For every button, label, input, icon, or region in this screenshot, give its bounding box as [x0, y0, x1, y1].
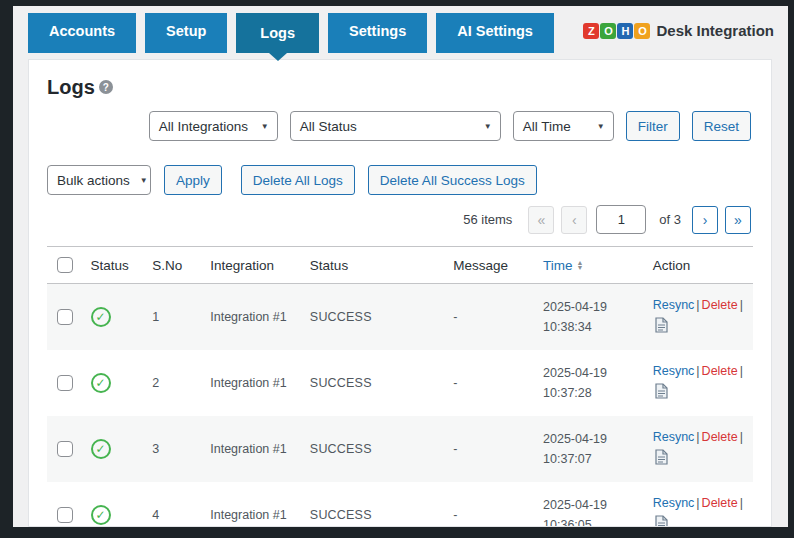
time-select[interactable]: All Time ▼ — [513, 111, 614, 141]
total-pages-label: of 3 — [659, 212, 681, 227]
view-log-document-icon[interactable] — [655, 449, 668, 465]
resync-link[interactable]: Resync — [653, 364, 695, 378]
row-integration: Integration #1 — [202, 284, 302, 351]
zoho-letter-z: Z — [583, 23, 599, 39]
tab-setup[interactable]: Setup — [145, 13, 227, 53]
chevron-down-icon: ▼ — [484, 122, 492, 131]
delete-link[interactable]: Delete — [702, 298, 738, 312]
row-checkbox[interactable] — [57, 441, 73, 457]
chevron-down-icon: ▼ — [261, 122, 269, 131]
header-sno: S.No — [144, 247, 202, 284]
tab-settings[interactable]: Settings — [328, 13, 427, 53]
status-select[interactable]: All Status ▼ — [290, 111, 501, 141]
header-message: Message — [445, 247, 535, 284]
admin-screen: Accounts Setup Logs Settings AI Settings… — [13, 6, 788, 527]
tab-accounts[interactable]: Accounts — [28, 13, 136, 53]
last-page-button[interactable]: » — [725, 206, 751, 234]
integrations-select[interactable]: All Integrations ▼ — [149, 111, 278, 141]
delete-link[interactable]: Delete — [702, 496, 738, 510]
row-sno: 2 — [144, 350, 202, 416]
row-time: 2025-04-19 10:37:07 — [535, 416, 645, 482]
pagination: 56 items « ‹ of 3 › » — [47, 205, 753, 234]
select-all-checkbox[interactable] — [57, 257, 73, 273]
reset-button[interactable]: Reset — [692, 111, 751, 141]
page-title: Logs — [47, 76, 95, 99]
resync-link[interactable]: Resync — [653, 430, 695, 444]
row-sno: 4 — [144, 482, 202, 527]
success-status-icon: ✓ — [91, 505, 111, 525]
row-integration: Integration #1 — [202, 350, 302, 416]
row-actions: Resync|Delete| — [645, 350, 753, 416]
view-log-document-icon[interactable] — [655, 317, 668, 333]
success-status-icon: ✓ — [91, 439, 111, 459]
first-page-button[interactable]: « — [528, 206, 554, 234]
row-checkbox[interactable] — [57, 507, 73, 523]
log-row: ✓ 4 Integration #1 SUCCESS - 2025-04-19 … — [47, 482, 753, 527]
row-message: - — [445, 350, 535, 416]
success-status-icon: ✓ — [91, 307, 111, 327]
help-icon[interactable]: ? — [99, 80, 113, 94]
header-time-label: Time — [543, 258, 573, 273]
brand: Z O H O Desk Integration — [583, 22, 774, 39]
header-action: Action — [645, 247, 753, 284]
delete-all-logs-button[interactable]: Delete All Logs — [241, 165, 355, 195]
sort-arrows-icon: ▲ ▼ — [577, 260, 584, 270]
row-checkbox[interactable] — [57, 309, 73, 325]
delete-all-success-logs-button[interactable]: Delete All Success Logs — [368, 165, 537, 195]
row-message: - — [445, 416, 535, 482]
chevron-down-icon: ▼ — [597, 122, 605, 131]
table-header-row: Status S.No Integration Status Message T… — [47, 247, 753, 284]
row-actions: Resync|Delete| — [645, 416, 753, 482]
zoho-letter-h: H — [617, 23, 633, 39]
row-actions: Resync|Delete| — [645, 482, 753, 527]
chevron-down-icon: ▼ — [140, 176, 148, 185]
prev-page-button[interactable]: ‹ — [561, 206, 587, 234]
delete-link[interactable]: Delete — [702, 430, 738, 444]
tab-bar: Accounts Setup Logs Settings AI Settings — [28, 13, 554, 53]
header-status: Status — [302, 247, 445, 284]
apply-button[interactable]: Apply — [164, 165, 222, 195]
bulk-actions-row: Bulk actions ▼ Apply Delete All Logs Del… — [47, 165, 753, 195]
row-integration: Integration #1 — [202, 482, 302, 527]
row-status-text: SUCCESS — [302, 284, 445, 351]
next-page-button[interactable]: › — [692, 206, 718, 234]
zoho-letter-o2: O — [634, 23, 650, 39]
resync-link[interactable]: Resync — [653, 496, 695, 510]
row-sno: 3 — [144, 416, 202, 482]
items-count: 56 items — [463, 212, 512, 227]
view-log-document-icon[interactable] — [655, 383, 668, 399]
filter-button[interactable]: Filter — [626, 111, 680, 141]
bulk-actions-select-value: Bulk actions — [57, 173, 130, 188]
logs-table-body: ✓ 1 Integration #1 SUCCESS - 2025-04-19 … — [47, 284, 753, 527]
resync-link[interactable]: Resync — [653, 298, 695, 312]
log-row: ✓ 2 Integration #1 SUCCESS - 2025-04-19 … — [47, 350, 753, 416]
bulk-actions-select[interactable]: Bulk actions ▼ — [47, 165, 151, 195]
topbar: Accounts Setup Logs Settings AI Settings… — [13, 6, 788, 53]
filter-row: All Integrations ▼ All Status ▼ All Time… — [47, 111, 753, 141]
zoho-logo-icon: Z O H O — [583, 23, 650, 39]
header-status-icon: Status — [83, 247, 145, 284]
row-actions: Resync|Delete| — [645, 284, 753, 351]
row-time: 2025-04-19 10:36:05 — [535, 482, 645, 527]
view-log-document-icon[interactable] — [655, 515, 668, 527]
logs-table: Status S.No Integration Status Message T… — [47, 246, 753, 527]
row-checkbox[interactable] — [57, 375, 73, 391]
tab-ai-settings[interactable]: AI Settings — [436, 13, 554, 53]
log-row: ✓ 3 Integration #1 SUCCESS - 2025-04-19 … — [47, 416, 753, 482]
log-row: ✓ 1 Integration #1 SUCCESS - 2025-04-19 … — [47, 284, 753, 351]
row-time: 2025-04-19 10:37:28 — [535, 350, 645, 416]
logs-panel: Logs ? All Integrations ▼ All Status ▼ A… — [28, 59, 772, 527]
tab-logs[interactable]: Logs — [236, 13, 319, 53]
status-select-value: All Status — [300, 119, 357, 134]
row-sno: 1 — [144, 284, 202, 351]
integrations-select-value: All Integrations — [159, 119, 248, 134]
brand-title: Desk Integration — [656, 22, 774, 39]
zoho-letter-o1: O — [600, 23, 616, 39]
row-integration: Integration #1 — [202, 416, 302, 482]
current-page-input[interactable] — [596, 205, 646, 234]
row-status-text: SUCCESS — [302, 482, 445, 527]
delete-link[interactable]: Delete — [702, 364, 738, 378]
header-time-sort[interactable]: Time ▲ ▼ — [543, 258, 583, 273]
page-head: Logs ? — [47, 76, 753, 99]
time-select-value: All Time — [523, 119, 571, 134]
